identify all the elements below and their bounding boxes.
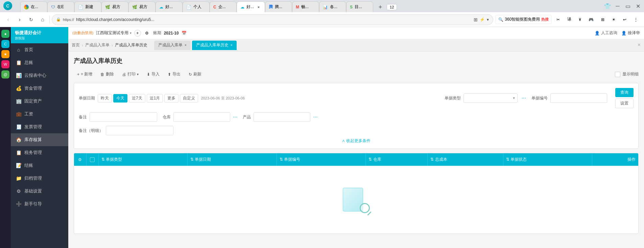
tab-10[interactable]: 腾 腾... [265,1,292,12]
doc-type-more-icon[interactable]: ··· [522,95,526,101]
sidebar-item-ledger[interactable]: 📋 总账 [11,56,68,69]
back-button[interactable]: ‹ [3,15,13,24]
doc-number-input[interactable] [550,93,607,103]
date-btn-yesterday[interactable]: 昨天 [98,94,112,103]
panel-close-button[interactable]: × [638,42,641,48]
delete-button[interactable]: 🗑 删除 [97,70,117,79]
grid-tool[interactable]: ⊞ [598,16,607,23]
th-doc-number[interactable]: ⇅ 单据编号 [277,153,366,166]
query-button[interactable]: 查询 [615,88,634,97]
settings-header-button[interactable]: ⚙ [144,30,150,37]
close-window-button[interactable]: ✕ [633,1,643,11]
tab-7[interactable]: 📄 个人 [183,1,210,12]
tab-1[interactable]: 在... [20,1,47,12]
maximize-button[interactable]: ▭ [623,1,633,11]
sidebar-item-invoice[interactable]: 🧾 发票管理 [11,120,68,133]
icon-bar-item-1[interactable]: ● [1,30,9,38]
date-btn-more[interactable]: 更多 [164,94,178,103]
sidebar-item-salary[interactable]: 💼 工资 [11,108,68,120]
sidebar-item-new-bill[interactable]: ➕ 新手引导 [11,198,68,210]
tab-12[interactable]: 📊 各... [319,1,346,12]
show-detail-checkbox[interactable] [615,72,620,77]
page-tab-2-close[interactable]: × [231,43,233,47]
tab-3[interactable]: 📄 新建 [74,1,101,12]
product-input[interactable] [254,112,310,122]
th-warehouse[interactable]: ⇅ 仓库 [366,153,428,166]
url-lightning-icon[interactable]: ⚡ [480,17,485,22]
scissors-tool[interactable]: ✂ [554,16,563,23]
page-tab-2[interactable]: 产成品入库单历史 × [192,41,237,50]
translate-tool[interactable]: 译 [565,15,574,24]
import-button[interactable]: ⬇ 导入 [143,70,163,79]
set-button[interactable]: 设置 [615,98,634,108]
sidebar-item-fund[interactable]: 💰 资金管理 [11,82,68,95]
collapse-bar[interactable]: ∧ 收起更多条件 [79,135,634,144]
tab-13[interactable]: S 目... [346,1,373,12]
print-button[interactable]: 🖨 打印 ▾ [119,70,142,79]
sidebar-item-archive[interactable]: 📁 归档管理 [11,172,68,185]
tab-count-badge[interactable]: 12 [387,4,397,10]
refresh-browser-button[interactable]: ↻ [26,15,36,24]
undo-tool[interactable]: ↩ [620,16,629,23]
warehouse-more-icon[interactable]: ··· [233,114,237,120]
sun-tool[interactable]: ☀ [609,16,618,23]
th-checkbox[interactable] [86,153,98,166]
tab-4[interactable]: 🌿 易方 [101,1,128,12]
url-bar[interactable]: 🔒 https:// https://cloud.chanjet.com/acc… [52,14,493,25]
breadcrumb-home[interactable]: 首页 [72,42,80,48]
shirt-icon[interactable]: 👕 [603,1,612,11]
user-service-button[interactable]: 👤 人工咨询 [595,30,617,36]
sidebar-item-inventory[interactable]: 🏠 库存核算 [11,133,68,146]
new-tab-button[interactable]: + [376,3,385,12]
new-button[interactable]: + + 新增 [74,70,96,79]
th-settings[interactable]: ⚙ [74,153,86,166]
tab-8[interactable]: C 企... [210,1,237,12]
tab-9-close[interactable]: × [256,4,261,10]
th-doc-date[interactable]: ⇅ 单据日期 [188,153,277,166]
company-selector[interactable]: 江西颐宝测试专用 ▾ [96,30,131,36]
date-btn-custom[interactable]: 自定义 [180,94,198,103]
sidebar-item-checkout[interactable]: 📝 结账 [11,159,68,172]
user-profile[interactable]: 👤 徐泽华 [621,30,640,36]
warehouse-input[interactable] [173,112,230,122]
sidebar-item-tax[interactable]: 📋 税务管理 [11,146,68,159]
sidebar-item-fixed-assets[interactable]: 🏢 固定资产 [11,95,68,108]
search-tool-button[interactable]: 🔍 360智能抠图免费用 热搜 [495,15,552,24]
url-grid-icon[interactable]: ⊞ [474,17,478,22]
page-tab-1-close[interactable]: × [185,43,187,47]
remark-input[interactable] [90,112,157,122]
export-button[interactable]: ⬆ 导出 [164,70,184,79]
page-tab-1[interactable]: 产成品入库单 × [154,41,191,50]
tab-11[interactable]: M 畅... [292,1,319,12]
icon-bar-item-2[interactable]: C [1,40,9,48]
date-btn-7days[interactable]: 近7天 [129,94,145,103]
game-tool[interactable]: 🎮 [586,16,596,23]
th-doc-type[interactable]: ⇅ 单据类型 [98,153,188,166]
date-btn-today[interactable]: 今天 [113,94,127,103]
breadcrumb-level2[interactable]: 产成品入库单 [85,42,110,48]
th-doc-status[interactable]: ⇅ 单据状态 [503,153,592,166]
tab-6[interactable]: ☁ 好... [156,1,183,12]
tab-5[interactable]: 🌿 易方 [128,1,156,12]
more-tool[interactable]: ⋮ [631,16,641,23]
sidebar-item-cloud-report[interactable]: 📊 云报表中心 [11,69,68,82]
doc-type-select[interactable] [463,93,518,103]
refresh-button[interactable]: ↻ 刷新 [185,70,205,79]
header-checkbox[interactable] [90,157,95,162]
minimize-button[interactable]: ─ [613,1,622,11]
home-button[interactable]: ⌂ [38,15,47,24]
tab-2[interactable]: 🛡 在E [47,1,74,12]
sidebar-item-settings[interactable]: ⚙ 基础设置 [11,185,68,198]
remark-detail-input[interactable] [106,126,173,135]
date-btn-1month[interactable]: 近1月 [147,94,163,103]
icon-bar-item-3[interactable]: ★ [1,50,9,58]
sidebar-item-home[interactable]: ⌂ 首页 [11,43,68,56]
add-company-button[interactable]: + [134,30,141,37]
calendar-icon[interactable]: 📅 [182,31,187,36]
th-total-cost[interactable]: ⇅ 总成本 [428,153,503,166]
url-dropdown-icon[interactable]: ▾ [487,17,489,22]
currency-tool[interactable]: ¥ [576,16,584,23]
product-more-icon[interactable]: ··· [313,114,317,120]
tab-9-active[interactable]: ☁ 好... × [237,1,265,12]
icon-bar-item-4[interactable]: W [1,60,9,68]
